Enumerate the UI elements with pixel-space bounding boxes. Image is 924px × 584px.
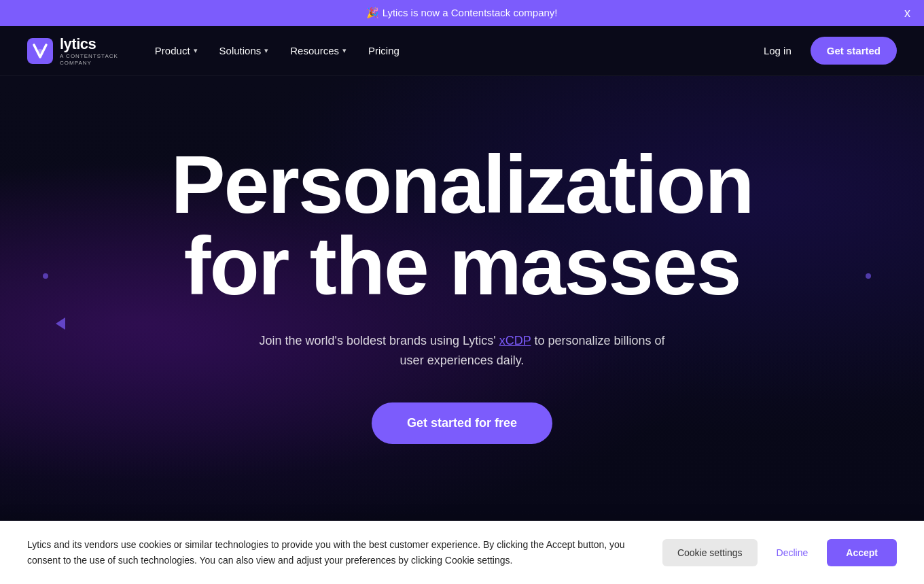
cookie-banner: Lytics and its vendors use cookies or si… (0, 521, 924, 525)
svg-point-1 (37, 49, 43, 54)
decorative-triangle (56, 317, 65, 330)
hero-get-started-button[interactable]: Get started for free (372, 402, 552, 444)
nav-actions: Log in Get started (756, 37, 897, 65)
logo-name: lytics (60, 35, 118, 53)
nav-product-label: Product (155, 45, 190, 56)
chevron-down-icon: ▾ (194, 46, 198, 55)
nav-solutions-label: Solutions (219, 45, 262, 56)
banner-close-button[interactable]: x (904, 6, 910, 20)
logo-link[interactable]: lytics A CONTENTSTACK COMPANY (27, 35, 118, 66)
logo-subtitle: A CONTENTSTACK COMPANY (60, 53, 118, 66)
chevron-down-icon: ▾ (264, 46, 268, 55)
hero-cta-area: Get started for free (372, 402, 552, 444)
nav-item-resources[interactable]: Resources ▾ (281, 39, 356, 62)
hero-section: Personalization for the masses Join the … (0, 76, 924, 525)
logo-text: lytics A CONTENTSTACK COMPANY (60, 35, 118, 66)
hero-title: Personalization for the masses (171, 143, 753, 307)
decorative-dot-1 (43, 273, 48, 279)
login-button[interactable]: Log in (756, 39, 800, 62)
decorative-dot-2 (866, 273, 871, 279)
navbar: lytics A CONTENTSTACK COMPANY Product ▾ … (0, 26, 924, 76)
nav-resources-label: Resources (290, 45, 339, 56)
banner-text: 🎉 Lytics is now a Contentstack company! (366, 7, 557, 18)
nav-item-product[interactable]: Product ▾ (145, 39, 207, 62)
nav-pricing-label: Pricing (368, 45, 399, 56)
announcement-banner: 🎉 Lytics is now a Contentstack company! … (0, 0, 924, 26)
nav-item-solutions[interactable]: Solutions ▾ (210, 39, 279, 62)
hero-subtitle: Join the world's boldest brands using Ly… (258, 331, 666, 371)
xcdp-link[interactable]: xCDP (499, 334, 531, 347)
chevron-down-icon: ▾ (342, 46, 346, 55)
nav-item-pricing[interactable]: Pricing (359, 39, 409, 62)
nav-get-started-button[interactable]: Get started (811, 37, 897, 65)
lytics-logo-icon (27, 38, 53, 64)
nav-links: Product ▾ Solutions ▾ Resources ▾ Pricin… (145, 39, 756, 62)
